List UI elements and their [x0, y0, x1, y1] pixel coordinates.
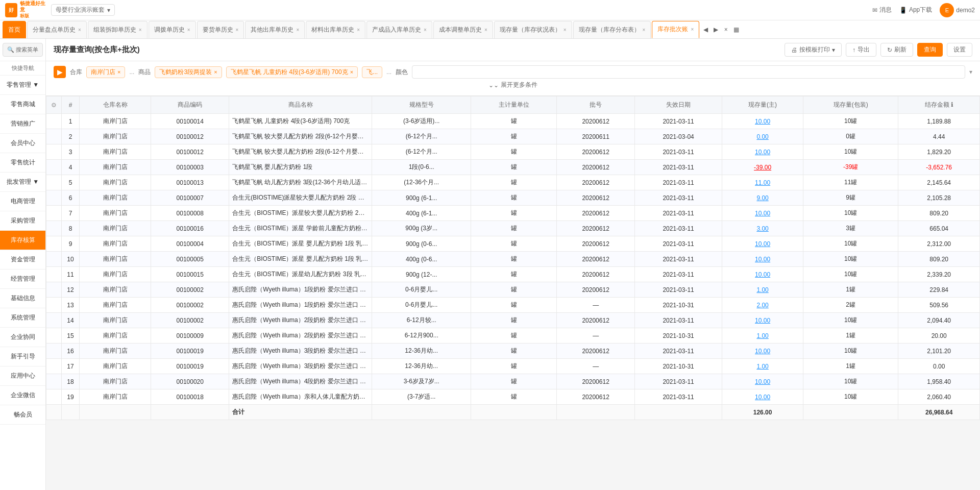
sidebar-item-retail-stats[interactable]: 零售统计: [0, 153, 45, 173]
warehouse-dots[interactable]: ...: [129, 68, 134, 76]
td-stock-pkg: 1罐: [803, 359, 898, 374]
sidebar-item-finance[interactable]: 资金管理: [0, 250, 45, 270]
tab-splitdisk[interactable]: 分量盘点单历史 ×: [27, 21, 87, 38]
close-icon[interactable]: ×: [236, 27, 239, 33]
td-code: 00100013: [151, 175, 229, 190]
td-stock-main[interactable]: 10.00: [722, 267, 803, 282]
td-stock-main[interactable]: 10.00: [722, 206, 803, 221]
logo-text: 畅捷通好生意: [20, 1, 46, 13]
sidebar-item-retail-shop[interactable]: 零售商城: [0, 95, 45, 114]
filter-expand-arrow[interactable]: ▶: [54, 66, 66, 78]
tab-product-in[interactable]: 产成品入库单历史 ×: [366, 21, 432, 38]
td-balance: 2,339.20: [898, 267, 980, 282]
tab-other-out[interactable]: 其他出库单历史 ×: [245, 21, 305, 38]
td-stock-main[interactable]: 0.00: [722, 129, 803, 144]
sidebar-item-member2[interactable]: 畅会员: [0, 405, 45, 425]
query-btn[interactable]: 查询: [917, 43, 943, 57]
td-stock-main[interactable]: 2.00: [722, 298, 803, 313]
color-input[interactable]: [412, 65, 965, 79]
tab-close-btn[interactable]: ×: [721, 24, 731, 35]
message-btn[interactable]: ✉ 消息: [872, 6, 892, 14]
tab-material-out[interactable]: 材料出库单历史 ×: [306, 21, 365, 38]
td-settings: [46, 374, 62, 389]
td-spec: (3-7岁适...: [372, 389, 471, 405]
td-batch: —: [557, 298, 635, 313]
sidebar-item-member[interactable]: 会员中心: [0, 134, 45, 153]
td-stock-main[interactable]: 10.00: [722, 144, 803, 160]
tab-batch[interactable]: 库存批次账 ×: [652, 21, 699, 38]
tab-label: 分量盘点单历史: [33, 26, 76, 34]
print-btn[interactable]: 🖨 按模板打印 ▾: [785, 43, 842, 57]
tab-adjust[interactable]: 调拨单历史 ×: [149, 21, 196, 38]
quick-nav-label: 快捷导航: [12, 65, 34, 71]
sidebar-item-guide[interactable]: 新手引导: [0, 347, 45, 366]
refresh-btn[interactable]: ↻ 刷新: [880, 43, 913, 57]
tab-home[interactable]: 首页: [3, 21, 26, 38]
close-icon[interactable]: ×: [424, 27, 427, 33]
sidebar-item-stock[interactable]: 库存核算: [0, 231, 45, 250]
tab-stock-dist[interactable]: 现存量（库存分布表） ×: [573, 21, 651, 38]
td-stock-main[interactable]: 10.00: [722, 374, 803, 389]
sidebar-item-enterprise[interactable]: 企业协同: [0, 328, 45, 347]
sidebar-item-operations[interactable]: 经营管理: [0, 270, 45, 289]
td-stock-main[interactable]: 9.00: [722, 190, 803, 206]
sidebar-item-purchase[interactable]: 采购管理: [0, 211, 45, 231]
table-row: 13 南岸门店 00100002 惠氏启陛（Wyeth illuma）1段奶粉 …: [46, 298, 980, 313]
close-icon[interactable]: ×: [187, 27, 190, 33]
td-stock-main[interactable]: 1.00: [722, 359, 803, 374]
sidebar-item-wholesale[interactable]: 批发管理 ▼: [0, 173, 45, 192]
sidebar-item-retail-mgmt[interactable]: 零售管理 ▼: [0, 76, 45, 95]
app-download-btn[interactable]: 📱 App下载: [899, 6, 932, 14]
tab-cost-adjust[interactable]: 成本调整单历史 ×: [433, 21, 493, 38]
td-stock-main[interactable]: 10.00: [722, 252, 803, 267]
td-stock-main[interactable]: 1.00: [722, 282, 803, 298]
close-icon[interactable]: ×: [78, 27, 81, 33]
tab-order[interactable]: 要货单历史 ×: [197, 21, 244, 38]
tab-next-btn[interactable]: ▶: [710, 24, 721, 35]
close-icon[interactable]: ×: [484, 27, 487, 33]
goods-dots[interactable]: ...: [386, 68, 391, 76]
settings-btn[interactable]: 设置: [947, 43, 972, 57]
export-label: 导出: [857, 45, 870, 54]
quick-nav-btn[interactable]: 快捷导航: [0, 61, 45, 76]
sidebar-item-app-center[interactable]: 应用中心: [0, 366, 45, 386]
td-stock-main[interactable]: 1.00: [722, 328, 803, 344]
td-warehouse: 南岸门店: [80, 328, 151, 344]
remove-goods-2-btn[interactable]: ×: [350, 69, 353, 75]
td-stock-main[interactable]: 10.00: [722, 114, 803, 129]
td-stock-main[interactable]: 10.00: [722, 236, 803, 252]
close-icon[interactable]: ×: [139, 27, 142, 33]
td-stock-main[interactable]: 10.00: [722, 344, 803, 359]
td-warehouse: 南岸门店: [80, 282, 151, 298]
workspace-select[interactable]: 母婴行业演示账套 ▾: [51, 4, 115, 16]
sidebar-item-enterprise-wx[interactable]: 企业微信: [0, 386, 45, 405]
td-stock-main[interactable]: 3.00: [722, 221, 803, 236]
th-settings[interactable]: ⚙: [46, 96, 62, 114]
tab-dismantle[interactable]: 组装拆卸单历史 ×: [88, 21, 148, 38]
td-stock-main[interactable]: -39.00: [722, 160, 803, 175]
sidebar-item-marketing[interactable]: 营销推广: [0, 114, 45, 134]
sidebar-item-system[interactable]: 系统管理: [0, 308, 45, 328]
close-icon[interactable]: ×: [564, 27, 567, 33]
expand-more-btn[interactable]: ⌄⌄ 展开更多条件: [54, 79, 972, 91]
sidebar-item-ecommerce[interactable]: 电商管理: [0, 192, 45, 211]
close-icon[interactable]: ×: [691, 27, 694, 32]
tab-stock-status[interactable]: 现存量（库存状况表） ×: [494, 21, 572, 38]
tab-menu-btn[interactable]: ▦: [731, 24, 741, 35]
column-settings-icon[interactable]: ⚙: [51, 102, 57, 109]
close-icon[interactable]: ×: [357, 27, 360, 33]
td-stock-main[interactable]: 10.00: [722, 313, 803, 328]
chevron-down-icon[interactable]: ▾: [969, 68, 972, 76]
td-stock-main[interactable]: 11.00: [722, 175, 803, 190]
close-icon[interactable]: ×: [643, 27, 646, 33]
td-settings: [46, 144, 62, 160]
remove-goods-1-btn[interactable]: ×: [214, 69, 217, 75]
user-area[interactable]: E demo2: [940, 3, 975, 17]
search-menu-btn[interactable]: 🔍 搜索英单: [3, 43, 43, 57]
td-stock-main[interactable]: 10.00: [722, 389, 803, 405]
export-btn[interactable]: ↑ 导出: [846, 43, 876, 57]
tab-prev-btn[interactable]: ◀: [700, 24, 710, 35]
remove-warehouse-btn[interactable]: ×: [117, 69, 120, 75]
sidebar-item-base[interactable]: 基础信息: [0, 289, 45, 308]
close-icon[interactable]: ×: [296, 27, 299, 33]
